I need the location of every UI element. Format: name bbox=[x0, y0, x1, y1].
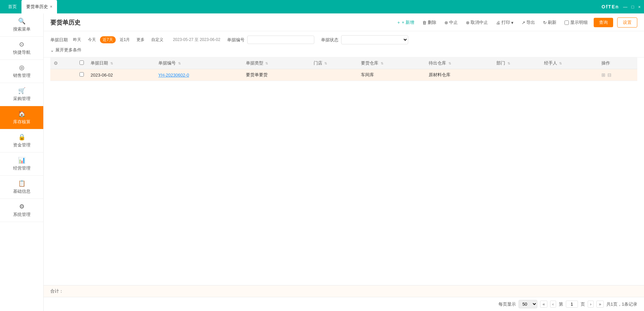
row-select-checkbox[interactable] bbox=[79, 72, 84, 77]
row-dept-cell bbox=[493, 69, 540, 81]
refresh-icon: ↻ bbox=[543, 20, 547, 25]
minimize-btn[interactable]: — bbox=[623, 4, 628, 9]
row-store-cell bbox=[310, 69, 358, 81]
sidebar-item-basic-info[interactable]: 📋 基础信息 bbox=[0, 176, 43, 199]
docno-input[interactable] bbox=[247, 36, 314, 44]
row-pend-warehouse-cell: 原材料仓库 bbox=[425, 69, 493, 81]
maximize-btn[interactable]: □ bbox=[632, 4, 634, 9]
col-checkbox bbox=[76, 57, 87, 69]
sidebar-item-purchase[interactable]: 🛒 采购管理 bbox=[0, 83, 43, 106]
toolbar: ＋ + 新增 🗑 删除 ⊗ 中止 ⊗ 取消中止 🖨 打印 bbox=[394, 17, 637, 28]
date-tags: 昨天 今天 近7天 近1月 更多 自定义 bbox=[70, 36, 166, 43]
content-area: 要货单历史 ＋ + 新增 🗑 删除 ⊗ 中止 ⊗ 取消中止 bbox=[44, 13, 644, 311]
export-button[interactable]: ↗ 导出 bbox=[520, 18, 537, 27]
close-window-btn[interactable]: × bbox=[638, 4, 641, 9]
data-table: ⚙ 单据日期 ⇅ 单据编号 ⇅ bbox=[50, 57, 637, 81]
date-tag-7days[interactable]: 近7天 bbox=[100, 36, 116, 43]
sales-icon: ◎ bbox=[19, 64, 24, 71]
refresh-button[interactable]: ↻ 刷新 bbox=[541, 18, 558, 27]
sidebar-item-sales[interactable]: ◎ 销售管理 bbox=[0, 60, 43, 83]
cancel-stop-button[interactable]: ⊗ 取消中止 bbox=[464, 18, 490, 27]
show-detail-toggle[interactable]: 显示明细 bbox=[562, 18, 590, 27]
prev-page-btn[interactable]: ‹ bbox=[550, 301, 556, 308]
sidebar-item-inventory[interactable]: 🏠 库存核算 bbox=[0, 106, 43, 129]
sidebar-item-operation[interactable]: 📊 经营管理 bbox=[0, 152, 43, 176]
per-page-select[interactable]: 10 20 50 100 bbox=[519, 300, 537, 308]
first-page-btn[interactable]: « bbox=[540, 301, 547, 308]
row-checkbox-cell bbox=[76, 69, 87, 81]
basic-info-icon: 📋 bbox=[18, 180, 25, 187]
docno-sort-icon[interactable]: ⇅ bbox=[178, 61, 181, 65]
date-tag-more[interactable]: 更多 bbox=[134, 36, 147, 43]
setting-button[interactable]: 设置 bbox=[617, 17, 637, 28]
sidebar-item-sales-label: 销售管理 bbox=[13, 73, 31, 79]
row-settings-cell bbox=[50, 69, 76, 81]
select-all-checkbox[interactable] bbox=[79, 60, 84, 65]
new-button[interactable]: ＋ + 新增 bbox=[394, 18, 416, 27]
status-select[interactable] bbox=[341, 35, 408, 44]
store-sort-icon[interactable]: ⇅ bbox=[324, 61, 327, 65]
page-header: 要货单历史 ＋ + 新增 🗑 删除 ⊗ 中止 ⊗ 取消中止 bbox=[44, 13, 644, 31]
date-tag-yesterday[interactable]: 昨天 bbox=[70, 36, 84, 43]
pagination: 每页显示 10 20 50 100 « ‹ 第 页 › » 共1页，1条记录 bbox=[44, 297, 644, 311]
date-tag-today[interactable]: 今天 bbox=[85, 36, 99, 43]
operation-icon: 📊 bbox=[18, 157, 25, 164]
sidebar-item-quick-nav[interactable]: ⊙ 快捷导航 bbox=[0, 37, 43, 60]
query-button[interactable]: 查询 bbox=[594, 18, 613, 27]
per-page-label: 每页显示 bbox=[498, 301, 516, 307]
show-detail-checkbox[interactable] bbox=[565, 20, 569, 25]
purchase-icon: 🛒 bbox=[18, 87, 25, 94]
print-button[interactable]: 🖨 打印 ▾ bbox=[494, 18, 516, 27]
last-page-btn[interactable]: » bbox=[596, 301, 603, 308]
date-filter-label: 单据日期 bbox=[50, 37, 68, 43]
tab-close-icon[interactable]: × bbox=[50, 4, 52, 9]
sidebar-item-search-menu[interactable]: 🔍 搜索菜单 bbox=[0, 13, 43, 37]
dept-sort-icon[interactable]: ⇅ bbox=[507, 61, 510, 65]
date-tag-1month[interactable]: 近1月 bbox=[117, 36, 133, 43]
req-warehouse-sort-icon[interactable]: ⇅ bbox=[381, 61, 383, 65]
summary-label: 合计： bbox=[50, 288, 63, 294]
system-icon: ⚙ bbox=[19, 203, 24, 210]
sidebar-item-quick-nav-label: 快捷导航 bbox=[13, 49, 31, 55]
print-dropdown-icon: ▾ bbox=[511, 20, 514, 25]
expand-icon: ⌄ bbox=[50, 48, 54, 53]
sidebar-item-system[interactable]: ⚙ 系统管理 bbox=[0, 199, 43, 222]
doctype-sort-icon[interactable]: ⇅ bbox=[265, 61, 268, 65]
row-action-cell: ⊞ ⊟ bbox=[598, 69, 637, 81]
filter-area: 单据日期 昨天 今天 近7天 近1月 更多 自定义 2023-05-27 至 2… bbox=[44, 31, 644, 57]
date-range-text: 2023-05-27 至 2023-06-02 bbox=[173, 37, 220, 43]
sidebar-item-fund[interactable]: 🔒 资金管理 bbox=[0, 129, 43, 152]
filter-row-1: 单据日期 昨天 今天 近7天 近1月 更多 自定义 2023-05-27 至 2… bbox=[50, 35, 637, 44]
row-handler-cell bbox=[541, 69, 598, 81]
docno-label: 单据编号 bbox=[227, 37, 245, 43]
row-view-icon[interactable]: ⊞ bbox=[601, 72, 605, 78]
docdate-sort-icon[interactable]: ⇅ bbox=[110, 61, 113, 65]
pend-warehouse-sort-icon[interactable]: ⇅ bbox=[448, 61, 451, 65]
handler-sort-icon[interactable]: ⇅ bbox=[559, 61, 562, 65]
page-input[interactable] bbox=[566, 301, 578, 308]
sidebar-item-purchase-label: 采购管理 bbox=[13, 96, 31, 102]
date-tag-custom[interactable]: 自定义 bbox=[149, 36, 166, 43]
export-icon: ↗ bbox=[522, 20, 525, 25]
tab-requisition-history[interactable]: 要货单历史 × bbox=[21, 0, 57, 13]
col-pend-warehouse: 待出仓库 ⇅ bbox=[425, 57, 493, 69]
row-more-icon[interactable]: ⊟ bbox=[607, 72, 611, 78]
print-icon: 🖨 bbox=[496, 20, 500, 25]
sidebar-item-system-label: 系统管理 bbox=[13, 212, 31, 218]
table-header-row: ⚙ 单据日期 ⇅ 单据编号 ⇅ bbox=[50, 57, 637, 69]
action-icons: ⊞ ⊟ bbox=[601, 72, 634, 78]
column-settings-icon[interactable]: ⚙ bbox=[54, 60, 58, 66]
next-page-btn[interactable]: › bbox=[588, 301, 594, 308]
row-docno-link[interactable]: YH-20230602-0 bbox=[158, 73, 189, 78]
row-docno-cell: YH-20230602-0 bbox=[155, 69, 243, 81]
date-range-item: 2023-05-27 至 2023-06-02 bbox=[173, 37, 220, 43]
tab-home[interactable]: 首页 bbox=[3, 0, 21, 13]
stop-button[interactable]: ⊗ 中止 bbox=[442, 18, 460, 27]
delete-icon: 🗑 bbox=[422, 20, 427, 25]
expand-filter-button[interactable]: ⌄ 展开更多条件 bbox=[50, 47, 637, 53]
brand-label: OfTEn bbox=[602, 4, 619, 9]
search-menu-icon: 🔍 bbox=[18, 17, 25, 25]
table-container: ⚙ 单据日期 ⇅ 单据编号 ⇅ bbox=[44, 57, 644, 285]
top-nav: 首页 要货单历史 × OfTEn — □ × bbox=[0, 0, 644, 13]
delete-button[interactable]: 🗑 删除 bbox=[420, 18, 438, 27]
